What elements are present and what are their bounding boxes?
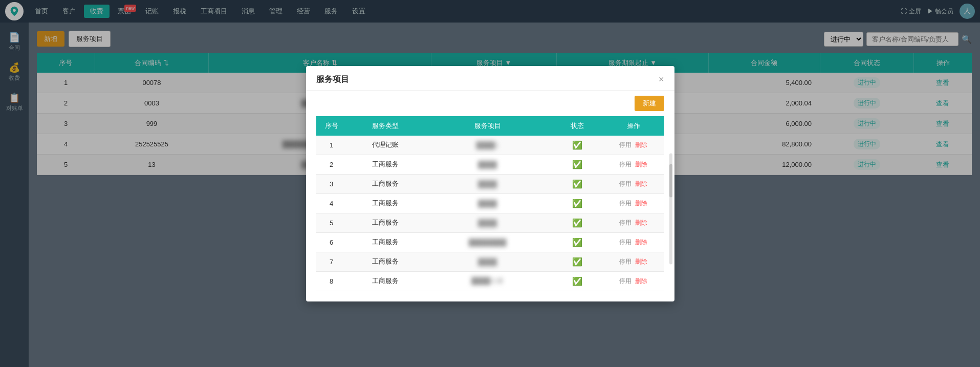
modal-cell-actions: 停用 删除 (603, 271, 664, 291)
modal-cell-item: ████ (424, 252, 552, 271)
modal-header-row: 序号 服务类型 服务项目 状态 操作 (316, 116, 664, 136)
status-check-icon: ✅ (572, 257, 582, 266)
modal-cell-type: 工商服务 (347, 155, 424, 174)
modal-header: 服务项目 × (306, 66, 674, 91)
scrollbar-track (669, 153, 672, 264)
status-check-icon: ✅ (572, 141, 582, 149)
modal-cell-status: ✅ (552, 155, 603, 174)
modal-cell-actions: 停用 删除 (603, 232, 664, 252)
status-check-icon: ✅ (572, 160, 582, 169)
modal-close-button[interactable]: × (659, 75, 664, 84)
modal-cell-actions: 停用 删除 (603, 193, 664, 213)
modal-col-status: 状态 (552, 116, 603, 136)
modal-cell-type: 工商服务 (347, 193, 424, 213)
modal-cell-seq: 2 (316, 155, 347, 174)
modal-row: 3 工商服务 ████ ✅ 停用 删除 (316, 174, 664, 193)
modal-new-button[interactable]: 新建 (635, 96, 664, 111)
modal-cell-actions: 停用 删除 (603, 155, 664, 174)
delete-button[interactable]: 删除 (635, 141, 647, 149)
modal-cell-status: ✅ (552, 271, 603, 291)
modal-cell-seq: 1 (316, 136, 347, 155)
modal-cell-seq: 6 (316, 232, 347, 252)
stop-button[interactable]: 停用 (619, 277, 631, 286)
modal-cell-actions: 停用 删除 (603, 252, 664, 271)
modal-toolbar: 新建 (306, 91, 674, 116)
scrollbar-thumb (669, 164, 672, 198)
modal-cell-item: ████ (424, 193, 552, 213)
delete-button[interactable]: 删除 (635, 238, 647, 247)
delete-button[interactable]: 删除 (635, 180, 647, 188)
status-check-icon: ✅ (572, 219, 582, 227)
modal-col-action: 操作 (603, 116, 664, 136)
modal-cell-status: ✅ (552, 232, 603, 252)
service-item-modal: 服务项目 × 新建 序号 服务类型 服务项目 状态 操作 1 代理记账 (306, 66, 674, 301)
modal-cell-status: ✅ (552, 213, 603, 232)
delete-button[interactable]: 删除 (635, 277, 647, 286)
stop-button[interactable]: 停用 (619, 160, 631, 169)
stop-button[interactable]: 停用 (619, 199, 631, 208)
modal-col-type: 服务类型 (347, 116, 424, 136)
modal-row: 7 工商服务 ████ ✅ 停用 删除 (316, 252, 664, 271)
modal-cell-type: 工商服务 (347, 252, 424, 271)
modal-cell-item: ████ (424, 174, 552, 193)
modal-cell-type: 工商服务 (347, 232, 424, 252)
modal-cell-seq: 4 (316, 193, 347, 213)
delete-button[interactable]: 删除 (635, 199, 647, 208)
modal-cell-type: 工商服务 (347, 271, 424, 291)
status-check-icon: ✅ (572, 238, 582, 247)
modal-cell-status: ✅ (552, 174, 603, 193)
modal-table-wrap: 序号 服务类型 服务项目 状态 操作 1 代理记账 ████1 ✅ 停用 删除 … (306, 116, 674, 301)
modal-col-item: 服务项目 (424, 116, 552, 136)
modal-cell-seq: 5 (316, 213, 347, 232)
modal-row: 8 工商服务 ████注册 ✅ 停用 删除 (316, 271, 664, 291)
delete-button[interactable]: 删除 (635, 257, 647, 266)
modal-cell-seq: 3 (316, 174, 347, 193)
modal-cell-item: ████████ (424, 232, 552, 252)
modal-row: 4 工商服务 ████ ✅ 停用 删除 (316, 193, 664, 213)
modal-cell-seq: 8 (316, 271, 347, 291)
modal-cell-seq: 7 (316, 252, 347, 271)
modal-cell-type: 代理记账 (347, 136, 424, 155)
modal-cell-type: 工商服务 (347, 213, 424, 232)
modal-overlay[interactable]: 服务项目 × 新建 序号 服务类型 服务项目 状态 操作 1 代理记账 (0, 0, 980, 367)
stop-button[interactable]: 停用 (619, 257, 631, 266)
modal-cell-item: ████1 (424, 136, 552, 155)
modal-cell-status: ✅ (552, 252, 603, 271)
delete-button[interactable]: 删除 (635, 160, 647, 169)
modal-cell-item: ████ (424, 155, 552, 174)
modal-cell-actions: 停用 删除 (603, 136, 664, 155)
modal-table: 序号 服务类型 服务项目 状态 操作 1 代理记账 ████1 ✅ 停用 删除 … (316, 116, 664, 291)
stop-button[interactable]: 停用 (619, 238, 631, 247)
modal-row: 5 工商服务 ████ ✅ 停用 删除 (316, 213, 664, 232)
modal-title: 服务项目 (316, 74, 349, 85)
stop-button[interactable]: 停用 (619, 180, 631, 188)
modal-cell-status: ✅ (552, 193, 603, 213)
modal-cell-actions: 停用 删除 (603, 213, 664, 232)
modal-cell-item: ████注册 (424, 271, 552, 291)
modal-row: 6 工商服务 ████████ ✅ 停用 删除 (316, 232, 664, 252)
modal-cell-item: ████ (424, 213, 552, 232)
status-check-icon: ✅ (572, 180, 582, 188)
stop-button[interactable]: 停用 (619, 141, 631, 149)
status-check-icon: ✅ (572, 199, 582, 208)
status-check-icon: ✅ (572, 277, 582, 286)
stop-button[interactable]: 停用 (619, 219, 631, 227)
modal-cell-actions: 停用 删除 (603, 174, 664, 193)
modal-cell-status: ✅ (552, 136, 603, 155)
modal-row: 1 代理记账 ████1 ✅ 停用 删除 (316, 136, 664, 155)
modal-cell-type: 工商服务 (347, 174, 424, 193)
modal-col-seq: 序号 (316, 116, 347, 136)
modal-body: 1 代理记账 ████1 ✅ 停用 删除 2 工商服务 ████ ✅ 停用 删除… (316, 136, 664, 291)
delete-button[interactable]: 删除 (635, 219, 647, 227)
modal-row: 2 工商服务 ████ ✅ 停用 删除 (316, 155, 664, 174)
